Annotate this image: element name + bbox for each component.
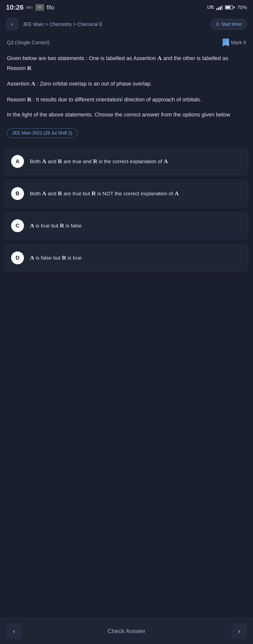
options-container: A Both A and R are true and R is the cor…: [0, 148, 253, 272]
status-left: 10:26 kB/s fllo: [6, 4, 54, 11]
timer-icon: ⊙: [216, 22, 219, 27]
signal-text: kB/s: [26, 6, 33, 10]
prev-button[interactable]: ‹: [6, 623, 22, 639]
option-d-card[interactable]: D A is false but R is true: [5, 244, 248, 272]
option-a-circle: A: [11, 155, 24, 168]
jee-tag: JEE Main 2022 (28 Jul Shift 2): [7, 128, 77, 138]
next-button[interactable]: ›: [231, 623, 247, 639]
option-a-text: Both A and R are true and R is the corre…: [30, 157, 168, 166]
battery-percent: 70%: [237, 5, 247, 10]
back-button[interactable]: ‹: [6, 18, 19, 31]
bookmark-icon: [223, 38, 229, 46]
option-a-card[interactable]: A Both A and R are true and R is the cor…: [5, 148, 248, 175]
signal-bars: [216, 5, 223, 10]
start-timer-button[interactable]: ⊙ Start timer: [211, 19, 247, 30]
question-header: Q3 (Single Correct) Mark It: [0, 36, 253, 50]
status-time: 10:26: [6, 4, 24, 11]
prev-arrow-icon: ‹: [13, 628, 15, 635]
status-right: LTE 70%: [207, 5, 247, 10]
question-assertion: Assertion A : Zero orbital overlap is an…: [7, 79, 246, 89]
option-b-circle: B: [11, 187, 24, 200]
check-answer-button[interactable]: Check Answer: [22, 628, 231, 634]
tag-container: JEE Main 2022 (28 Jul Shift 2): [0, 123, 253, 148]
option-b-text: Both A and R are true but R is NOT the c…: [30, 189, 179, 198]
back-chevron-icon: ‹: [11, 21, 13, 28]
question-intro: Given below are two statements : One is …: [7, 54, 246, 73]
next-arrow-icon: ›: [238, 628, 241, 635]
breadcrumb: JEE Main > Chemistry > Chemical E: [23, 22, 207, 27]
app-name: fllo: [47, 4, 54, 11]
question-reason: Reason R : It results due to different o…: [7, 95, 246, 104]
option-b-letter: B: [15, 190, 19, 197]
battery-icon: [225, 6, 235, 10]
nav-bar: ‹ JEE Main > Chemistry > Chemical E ⊙ St…: [0, 14, 253, 34]
option-a-letter: A: [15, 158, 19, 165]
question-content: Given below are two statements : One is …: [0, 50, 253, 123]
option-c-card[interactable]: C A is true but R is false: [5, 212, 248, 239]
status-bar: 10:26 kB/s fllo LTE 70%: [0, 0, 253, 14]
lte-badge: LTE: [207, 5, 214, 10]
mail-icon: [35, 4, 44, 11]
mark-it-label: Mark It: [231, 40, 246, 46]
option-d-circle: D: [11, 252, 24, 264]
question-label: Q3 (Single Correct): [7, 40, 49, 46]
question-instruction: In the light of the above statements. Ch…: [7, 110, 246, 119]
start-timer-label: Start timer: [221, 22, 242, 27]
option-c-letter: C: [15, 222, 19, 229]
bottom-bar: ‹ Check Answer ›: [0, 618, 253, 644]
option-c-circle: C: [11, 219, 24, 232]
option-c-text: A is true but R is false: [30, 221, 82, 230]
option-d-text: A is false but R is true: [30, 253, 82, 262]
mark-it-button[interactable]: Mark It: [223, 38, 246, 46]
option-b-card[interactable]: B Both A and R are true but R is NOT the…: [5, 180, 248, 207]
option-d-letter: D: [15, 255, 19, 261]
